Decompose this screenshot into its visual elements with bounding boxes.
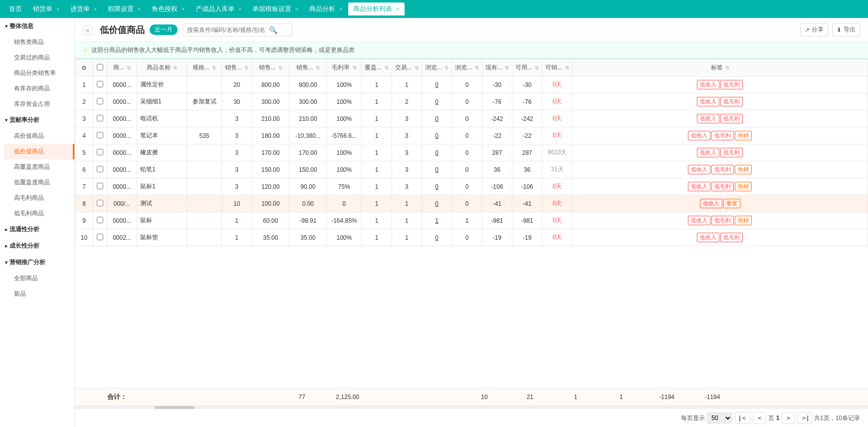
sidebar-item-sales-products[interactable]: 销售类商品 xyxy=(4,34,74,50)
sidebar-section-circulation[interactable]: ▸ 流通性分析 xyxy=(0,221,74,238)
row-checkbox[interactable] xyxy=(93,178,107,195)
close-icon[interactable]: × xyxy=(295,6,298,12)
spec-col-header[interactable]: 规格... ⇅ xyxy=(187,59,222,76)
nav-tab-permission[interactable]: 权限设置 × xyxy=(103,2,146,15)
sidebar-item-all-products[interactable]: 全部商品 xyxy=(4,271,74,286)
cover-col-header[interactable]: 覆盖... ⇅ xyxy=(362,59,392,76)
row-name[interactable]: 属性定价 xyxy=(137,76,187,93)
row-checkbox[interactable] xyxy=(93,110,107,127)
row-select-checkbox[interactable] xyxy=(97,234,103,240)
browse-link[interactable]: 0 xyxy=(435,132,438,139)
row-checkbox[interactable] xyxy=(93,229,107,246)
row-select-checkbox[interactable] xyxy=(97,115,103,121)
row-name[interactable]: 铅笔1 xyxy=(137,161,187,178)
row-select-checkbox[interactable] xyxy=(97,217,103,223)
row-select-checkbox[interactable] xyxy=(97,166,103,172)
row-browse1[interactable]: 0 xyxy=(422,110,452,127)
last-page-button[interactable]: ＞| xyxy=(797,412,812,424)
row-checkbox[interactable] xyxy=(93,161,107,178)
available-col-header[interactable]: 可用... ⇅ xyxy=(512,59,542,76)
sidebar-item-high-value[interactable]: 高价值商品 xyxy=(4,128,74,144)
nav-tab-analysis[interactable]: 商品分析 × xyxy=(304,2,347,15)
row-browse1[interactable]: 0 xyxy=(422,195,452,212)
browse-link[interactable]: 1 xyxy=(435,217,438,224)
sidebar-item-stock-capital[interactable]: 库存资金占用 xyxy=(4,96,74,112)
sidebar-item-traded-products[interactable]: 交易过的商品 xyxy=(4,50,74,65)
row-name[interactable]: 鼠标 xyxy=(137,212,187,229)
close-icon[interactable]: × xyxy=(182,6,185,12)
row-select-checkbox[interactable] xyxy=(97,183,103,189)
row-select-checkbox[interactable] xyxy=(97,81,103,87)
sidebar-item-high-margin[interactable]: 高毛利商品 xyxy=(4,190,74,206)
trade-col-header[interactable]: 交易... ⇅ xyxy=(392,59,422,76)
close-icon[interactable]: × xyxy=(94,6,97,12)
browse-link[interactable]: 0 xyxy=(435,81,438,88)
row-checkbox[interactable] xyxy=(93,93,107,110)
row-select-checkbox[interactable] xyxy=(97,149,103,155)
sidebar-item-low-coverage[interactable]: 低覆盖度商品 xyxy=(4,175,74,190)
nav-tab-purchase[interactable]: 进货单 × xyxy=(65,2,102,15)
browse-link[interactable]: 0 xyxy=(435,98,438,105)
first-page-button[interactable]: |＜ xyxy=(735,412,750,424)
row-name[interactable]: 测试 xyxy=(137,195,187,212)
next-page-button[interactable]: ＞ xyxy=(782,412,795,424)
sale1-col-header[interactable]: 销售... ⇅ xyxy=(222,59,252,76)
browse-link[interactable]: 0 xyxy=(435,115,438,122)
sidebar-item-low-margin[interactable]: 低毛利商品 xyxy=(4,206,74,221)
row-name[interactable]: 鼠标1 xyxy=(137,178,187,195)
nav-tab-product[interactable]: 产成品入库单 × xyxy=(191,2,246,15)
search-icon[interactable]: 🔍 xyxy=(269,26,277,34)
sidebar-section-marketing[interactable]: ▾ 营销推广分析 xyxy=(0,254,74,271)
close-icon[interactable]: × xyxy=(339,6,342,12)
row-name[interactable]: 笔记本 xyxy=(137,127,187,144)
row-select-checkbox[interactable] xyxy=(97,98,103,104)
row-checkbox[interactable] xyxy=(93,212,107,229)
search-input[interactable] xyxy=(187,26,267,33)
row-name[interactable]: 鼠标垫 xyxy=(137,229,187,246)
sidebar-section-growth[interactable]: ▸ 成长性分析 xyxy=(0,238,74,254)
browse-link[interactable]: 0 xyxy=(435,234,438,241)
sale3-col-header[interactable]: 销售... ⇅ xyxy=(289,59,327,76)
row-name[interactable]: 电话机 xyxy=(137,110,187,127)
browse-link[interactable]: 0 xyxy=(435,183,438,190)
sidebar-item-new-products[interactable]: 新品 xyxy=(4,286,74,302)
select-all-checkbox[interactable] xyxy=(97,64,103,70)
current-col-header[interactable]: 现有... ⇅ xyxy=(482,59,512,76)
row-name[interactable]: 吴细细1 xyxy=(137,93,187,110)
sidebar-item-high-coverage[interactable]: 高覆盖度商品 xyxy=(4,159,74,175)
row-browse1[interactable]: 0 xyxy=(422,229,452,246)
row-checkbox[interactable] xyxy=(93,127,107,144)
sidebar-section-contribution[interactable]: ▾ 贡献率分析 xyxy=(0,112,74,128)
filter-tag-recent-month[interactable]: 近一月 xyxy=(150,24,178,35)
row-browse1[interactable]: 0 xyxy=(422,144,452,161)
nav-tab-role[interactable]: 角色授权 × xyxy=(147,2,190,15)
sale2-col-header[interactable]: 销售... ⇅ xyxy=(252,59,289,76)
settings-col-header[interactable]: ⚙ xyxy=(75,59,93,76)
nav-tab-template[interactable]: 单据模板设置 × xyxy=(247,2,303,15)
per-page-select[interactable]: 50 20 100 xyxy=(707,413,732,424)
sidebar-item-category-sales-rate[interactable]: 商品分类销售率 xyxy=(4,65,74,81)
sellable-col-header[interactable]: 可销... ⇅ xyxy=(542,59,572,76)
nav-tab-home[interactable]: 首页 xyxy=(4,2,27,15)
export-button[interactable]: ⬇ 导出 xyxy=(832,23,860,36)
browse-link[interactable]: 0 xyxy=(435,166,438,173)
row-browse1[interactable]: 0 xyxy=(422,178,452,195)
row-checkbox[interactable] xyxy=(93,76,107,93)
code-col-header[interactable]: 商... ⇅ xyxy=(107,59,137,76)
collapse-sidebar-button[interactable]: « xyxy=(83,25,93,35)
share-button[interactable]: ↗ 分享 xyxy=(800,23,828,36)
browse2-col-header[interactable]: 浏览... ⇅ xyxy=(452,59,482,76)
row-checkbox[interactable] xyxy=(93,195,107,212)
close-icon[interactable]: × xyxy=(396,6,399,12)
browse-link[interactable]: 0 xyxy=(435,200,438,207)
close-icon[interactable]: × xyxy=(138,6,141,12)
row-name[interactable]: 橡皮擦 xyxy=(137,144,187,161)
row-select-checkbox[interactable] xyxy=(97,200,103,206)
browse1-col-header[interactable]: 浏览... ⇅ xyxy=(422,59,452,76)
row-checkbox[interactable] xyxy=(93,144,107,161)
sidebar-item-stock-products[interactable]: 有库存的商品 xyxy=(4,81,74,96)
tags-col-header[interactable]: 标签 ⇅ xyxy=(572,59,868,76)
row-browse1[interactable]: 0 xyxy=(422,127,452,144)
nav-tab-sales[interactable]: 销货单 × xyxy=(28,2,64,15)
row-browse1[interactable]: 0 xyxy=(422,76,452,93)
